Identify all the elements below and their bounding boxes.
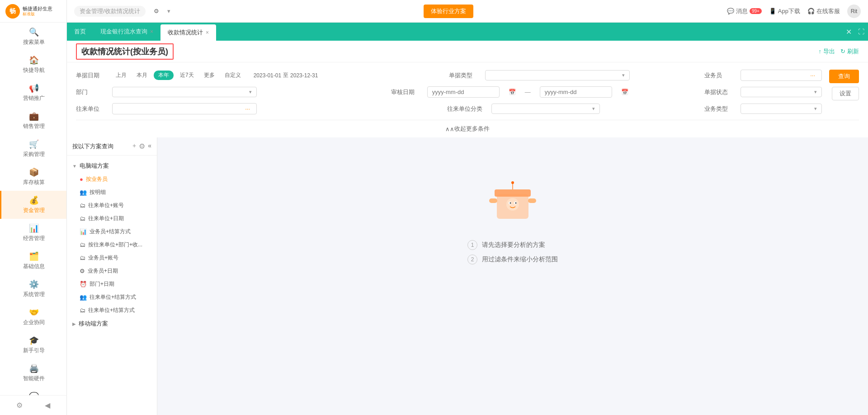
side-panel: 按以下方案查询 + ⚙ « ▼ 电脑端方案 xyxy=(67,137,157,415)
sidebar-item-quicknav[interactable]: 🏠 快捷导航 xyxy=(0,51,66,79)
sidebar-label-hardware: 智能硬件 xyxy=(23,375,45,382)
sidebar-item-search[interactable]: 🔍 搜索菜单 xyxy=(0,23,66,51)
tree-item-dept-date[interactable]: ⏰ 部门+日期 xyxy=(67,278,157,291)
topbar-settings-btn[interactable]: ⚙ xyxy=(150,5,163,18)
filter-settings-btn[interactable]: 设置 xyxy=(832,87,859,100)
sidebar-bottom: ⚙ ◀ xyxy=(0,395,66,415)
top-bar: 资金管理/收款情况统计 ⚙ ▾ 体验行业方案 💬 消息 99+ 📱 App下载 xyxy=(67,0,868,23)
salesperson-select[interactable]: ··· xyxy=(741,70,822,81)
tab-home[interactable]: 首页 xyxy=(67,28,93,36)
tree-item-sp-settle-label: 业务员+结算方式 xyxy=(90,228,131,236)
tree-item-customer-date[interactable]: 🗂 往来单位+日期 xyxy=(67,212,157,225)
sidebar-label-marketing: 营销推广 xyxy=(23,94,45,102)
sidebar-item-purchase[interactable]: 🛒 采购管理 xyxy=(0,135,66,163)
side-panel-add-btn[interactable]: + xyxy=(132,142,136,151)
tab-collection-close[interactable]: × xyxy=(206,29,209,36)
tree-item-by-salesperson[interactable]: ● 按业务员 xyxy=(67,173,157,186)
cust-date-icon: 🗂 xyxy=(80,215,85,222)
date-shortcut-thismonth[interactable]: 本月 xyxy=(133,71,151,80)
tree-item-customer-account[interactable]: 🗂 往来单位+账号 xyxy=(67,199,157,212)
sidebar-item-guide[interactable]: 🎓 新手引导 xyxy=(0,331,66,359)
export-btn[interactable]: ↑ 导出 xyxy=(819,47,835,56)
collapse-bar[interactable]: ∧∧ 收起更多条件 xyxy=(76,120,859,137)
sidebar-item-collab[interactable]: 🤝 企业协同 xyxy=(0,303,66,331)
tab-bar-close-icon[interactable]: ✕ xyxy=(846,28,852,36)
sidebar-item-marketing[interactable]: 📢 营销推广 xyxy=(0,79,66,107)
tab-cashflow-close[interactable]: × xyxy=(150,28,153,35)
sp-acc-icon: 🗂 xyxy=(80,255,85,261)
content-body: 按以下方案查询 + ⚙ « ▼ 电脑端方案 xyxy=(67,137,868,415)
sidebar-settings-icon[interactable]: ⚙ xyxy=(16,401,23,410)
tree-item-cust-settle2-label: 往来单位+结算方式 xyxy=(88,307,135,314)
docstatus-select[interactable]: ▾ xyxy=(741,87,822,97)
tree-item-cust-settle2[interactable]: 🗂 往来单位+结算方式 xyxy=(67,304,157,317)
system-icon: ⚙️ xyxy=(29,279,39,289)
sidebar-item-basic[interactable]: 🗂️ 基础信息 xyxy=(0,247,66,275)
customer-more-icon[interactable]: ··· xyxy=(245,105,250,112)
tree-item-cust-acc-label: 往来单位+账号 xyxy=(88,202,124,209)
guide-icon: 🎓 xyxy=(29,335,39,345)
tree-item-sp-date[interactable]: ⚙ 业务员+日期 xyxy=(67,264,157,278)
side-panel-collapse-btn[interactable]: « xyxy=(148,142,151,151)
tree-group-desktop-header[interactable]: ▼ 电脑端方案 xyxy=(67,159,157,173)
approval-date-to[interactable] xyxy=(540,86,612,98)
sidebar-item-sales[interactable]: 💼 销售管理 xyxy=(0,107,66,135)
basic-icon: 🗂️ xyxy=(29,251,39,261)
multi-icon: 🗂 xyxy=(80,241,85,248)
approval-date-from[interactable] xyxy=(427,86,500,98)
hardware-icon: 🖨️ xyxy=(29,363,39,373)
tree-item-sp-account[interactable]: 🗂 业务员+账号 xyxy=(67,251,157,264)
doctype-chevron: ▾ xyxy=(622,72,625,78)
tree-item-multi[interactable]: 🗂 按往来单位+部门+收... xyxy=(67,238,157,251)
sidebar-item-system[interactable]: ⚙️ 系统管理 xyxy=(0,275,66,303)
trial-btn[interactable]: 体验行业方案 xyxy=(424,5,473,18)
operation-icon: 📊 xyxy=(29,223,39,233)
tree-item-salesperson-settle[interactable]: 📊 业务员+结算方式 xyxy=(67,225,157,238)
sidebar-item-operation[interactable]: 📊 经营管理 xyxy=(0,219,66,247)
biztype-select[interactable]: ▾ xyxy=(741,104,822,114)
doctype-label: 单据类型 xyxy=(449,71,476,80)
tree-group-mobile-header[interactable]: ▶ 移动端方案 xyxy=(67,317,157,330)
user-avatar[interactable]: Rit xyxy=(847,5,861,18)
sidebar-item-weixin[interactable]: 💬 企业微信 xyxy=(0,387,66,395)
refresh-btn[interactable]: ↻ 刷新 xyxy=(840,47,859,56)
date-shortcut-thisyear[interactable]: 本年 xyxy=(154,71,174,80)
side-panel-settings-btn[interactable]: ⚙ xyxy=(139,142,145,151)
topbar-arrow-icon[interactable]: ▾ xyxy=(167,8,170,14)
online-service-btn[interactable]: 🎧 在线客服 xyxy=(807,7,840,15)
calendar-icon-to[interactable]: 📅 xyxy=(621,89,628,95)
doctype-select[interactable]: ▾ xyxy=(485,70,630,80)
step-1-num: 1 xyxy=(467,240,477,250)
sidebar-item-finance[interactable]: 💰 资金管理 xyxy=(0,191,66,219)
salesperson-label: 业务员 xyxy=(704,71,731,80)
date-shortcut-more[interactable]: 更多 xyxy=(200,71,218,80)
sidebar-label-search: 搜索菜单 xyxy=(23,38,45,46)
customer-select[interactable]: ··· xyxy=(112,103,257,114)
tab-collection[interactable]: 收款情况统计 × xyxy=(160,24,216,41)
tree-item-detail[interactable]: 👥 按明细 xyxy=(67,186,157,199)
dept-select[interactable]: ▾ xyxy=(112,87,257,97)
empty-steps: 1 请先选择要分析的方案 2 用过滤条件来缩小分析范围 xyxy=(467,240,558,264)
date-shortcut-lastmonth[interactable]: 上月 xyxy=(112,71,130,80)
calendar-icon-from[interactable]: 📅 xyxy=(509,89,516,95)
date-shortcut-7days[interactable]: 近7天 xyxy=(176,71,198,80)
tree-item-sp-acc-label: 业务员+账号 xyxy=(88,254,118,262)
query-btn[interactable]: 查询 xyxy=(829,70,859,83)
tab-bar-expand-icon[interactable]: ⛶ xyxy=(858,28,864,35)
message-btn[interactable]: 💬 消息 99+ xyxy=(727,7,762,15)
date-shortcut-custom[interactable]: 自定义 xyxy=(221,71,245,80)
salesperson-more-icon[interactable]: ··· xyxy=(810,72,815,79)
page-header-actions: ↑ 导出 ↻ 刷新 xyxy=(819,47,859,56)
tab-cashflow[interactable]: 现金银行流水查询 × xyxy=(93,23,160,41)
collapse-label: 收起更多条件 xyxy=(454,125,490,133)
customer-cat-select[interactable]: ▾ xyxy=(491,104,600,114)
biztype-label: 业务类型 xyxy=(704,105,731,113)
tree-item-cust-settle1[interactable]: 👥 往来单位+结算方式 xyxy=(67,291,157,304)
page-header: 收款情况统计(按业务员) ↑ 导出 ↻ 刷新 xyxy=(67,41,868,62)
app-download-btn[interactable]: 📱 App下载 xyxy=(769,7,800,15)
sidebar-item-hardware[interactable]: 🖨️ 智能硬件 xyxy=(0,359,66,387)
sidebar-collapse-icon[interactable]: ◀ xyxy=(45,401,50,410)
sp-settle-icon: 📊 xyxy=(80,228,87,235)
tree-item-detail-label: 按明细 xyxy=(90,189,106,196)
sidebar-item-inventory[interactable]: 📦 库存核算 xyxy=(0,163,66,191)
